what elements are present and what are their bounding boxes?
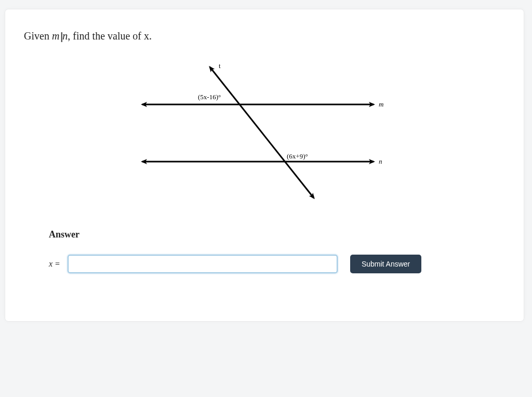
answer-row: x = Submit Answer — [49, 255, 505, 273]
angle-label-bottom: (6x+9)° — [287, 152, 308, 160]
question-text: Given m||n, find the value of x. — [24, 30, 505, 42]
question-card: Given m||n, find the value of x. t m n ( — [5, 9, 524, 321]
answer-heading: Answer — [49, 229, 505, 240]
diagram-container: t m n (5x-16)° (6x+9)° — [24, 58, 505, 208]
var-m: m — [52, 30, 59, 42]
text-given: Given — [24, 30, 52, 42]
var-n: n — [62, 30, 68, 42]
angle-label-top: (5x-16)° — [198, 93, 221, 101]
svg-line-2 — [210, 67, 314, 198]
label-n: n — [379, 157, 382, 165]
label-m: m — [379, 100, 383, 108]
text-suffix: , find the value of x. — [68, 30, 152, 42]
submit-answer-button[interactable]: Submit Answer — [350, 255, 421, 273]
answer-input[interactable] — [68, 255, 338, 273]
label-t: t — [219, 62, 221, 70]
parallel-lines-diagram: t m n (5x-16)° (6x+9)° — [129, 58, 400, 208]
equation-label: x = — [49, 259, 60, 269]
